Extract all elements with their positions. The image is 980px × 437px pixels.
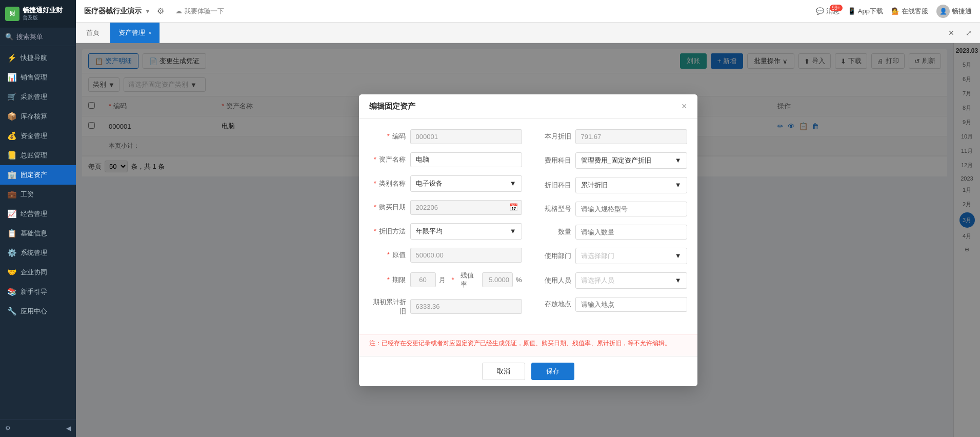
app-title: 畅捷通好业财 — [23, 6, 63, 14]
form-row-purchase-date: * 购买日期 📅 — [369, 200, 522, 215]
sidebar-item-quick-nav[interactable]: ⚡ 快捷导航 — [0, 48, 76, 68]
sidebar-item-inventory[interactable]: 📦 库存核算 — [0, 107, 76, 126]
calendar-icon[interactable]: 📅 — [509, 203, 518, 211]
app-edition: 普及版 — [23, 14, 63, 22]
sidebar-item-fixed-assets[interactable]: 🏢 固定资产 — [0, 165, 76, 185]
app-center-label: 应用中心 — [21, 307, 47, 316]
purchase-date-label: * 购买日期 — [369, 203, 406, 212]
period-input[interactable] — [410, 272, 436, 287]
message-badge: 99+ — [830, 5, 843, 11]
category-label: * 类别名称 — [369, 179, 406, 188]
tab-actions: ✕ ⤢ — [944, 26, 980, 40]
dep-method-arrow: ▼ — [510, 227, 516, 235]
period-group: 月 * 残值率 % — [410, 271, 522, 289]
topbar-settings-icon[interactable]: ⚙ — [157, 6, 164, 16]
purchase-label: 采购管理 — [21, 92, 47, 102]
finance-label: 资金管理 — [21, 131, 47, 141]
inventory-icon: 📦 — [7, 112, 16, 121]
online-service-btn[interactable]: 💁 在线客服 — [891, 7, 928, 16]
tab-home[interactable]: 首页 — [76, 23, 110, 43]
tab-close-icon[interactable]: × — [148, 30, 151, 36]
experience-icon: ☁ — [175, 7, 182, 15]
tabbar: 首页 资产管理 × ✕ ⤢ — [76, 23, 980, 43]
dep-account-arrow: ▼ — [675, 181, 682, 189]
ledger-label: 总账管理 — [21, 151, 47, 160]
sidebar-item-enterprise[interactable]: 🤝 企业协同 — [0, 263, 76, 282]
message-btn[interactable]: 💬 消息 99+ — [816, 7, 839, 16]
sidebar-item-guide[interactable]: 📚 新手引导 — [0, 282, 76, 302]
app-logo: 财 — [5, 7, 19, 21]
sidebar-item-system[interactable]: ⚙️ 系统管理 — [0, 243, 76, 263]
form-row-monthly-dep: 本月折旧 — [534, 129, 687, 144]
topbar-right: 💬 消息 99+ 📱 App下载 💁 在线客服 👤 畅捷通 — [816, 5, 972, 18]
sidebar-item-search[interactable]: 🔍 搜索菜单 — [0, 28, 76, 46]
dialog-note: 注：已经存在变更记录或者对应固定资产已经生成凭证，原值、购买日期、残值率、累计折… — [359, 334, 697, 356]
system-label: 系统管理 — [21, 248, 47, 257]
company-dropdown-icon[interactable]: ▼ — [145, 8, 151, 15]
user-select[interactable]: 请选择人员 ▼ — [575, 272, 687, 289]
spec-input[interactable] — [575, 202, 687, 216]
dep-method-label: * 折旧方法 — [369, 227, 406, 236]
tab-minimize-btn[interactable]: ✕ — [944, 26, 958, 40]
dialog-close-btn[interactable]: × — [682, 102, 687, 111]
monthly-dep-input — [575, 129, 687, 144]
search-icon: 🔍 — [5, 33, 13, 41]
user-menu-btn[interactable]: 👤 畅捷通 — [936, 5, 972, 18]
department-arrow: ▼ — [675, 252, 682, 260]
initial-dep-input[interactable] — [410, 299, 522, 314]
tab-maximize-btn[interactable]: ⤢ — [962, 26, 976, 40]
operations-icon: 📈 — [7, 209, 16, 218]
experience-btn[interactable]: ☁ 我要体验一下 — [175, 7, 224, 16]
sidebar-item-salary[interactable]: 💼 工资 — [0, 185, 76, 204]
topbar: 医疗器械行业演示 ▼ ⚙ ☁ 我要体验一下 💬 消息 99+ 📱 App下载 — [76, 0, 980, 23]
sidebar-item-ledger[interactable]: 📒 总账管理 — [0, 146, 76, 165]
avatar: 👤 — [936, 5, 950, 18]
category-select-arrow: ▼ — [510, 180, 516, 187]
enterprise-icon: 🤝 — [7, 268, 16, 277]
dep-account-select[interactable]: 累计折旧 ▼ — [575, 177, 687, 193]
category-select[interactable]: 电子设备 ▼ — [410, 175, 522, 192]
system-icon: ⚙️ — [7, 248, 16, 257]
purchase-date-input[interactable] — [410, 200, 522, 215]
basic-info-label: 基础信息 — [21, 229, 47, 238]
salary-icon: 💼 — [7, 190, 16, 199]
residual-rate-label: 残值率 — [461, 271, 479, 289]
location-input[interactable] — [575, 297, 687, 312]
save-button[interactable]: 保存 — [531, 363, 574, 380]
quantity-input[interactable] — [575, 225, 687, 240]
tab-asset-management[interactable]: 资产管理 × — [110, 23, 160, 43]
sidebar-item-app-center[interactable]: 🔧 应用中心 — [0, 302, 76, 321]
operations-label: 经营管理 — [21, 209, 47, 218]
code-input[interactable] — [410, 129, 522, 144]
sidebar-item-operations[interactable]: 📈 经营管理 — [0, 204, 76, 224]
residual-rate-input[interactable] — [482, 272, 513, 287]
expense-account-select[interactable]: 管理费用_固定资产折旧 ▼ — [575, 152, 687, 169]
dep-method-select[interactable]: 年限平均 ▼ — [410, 223, 522, 240]
edit-asset-dialog: 编辑固定资产 × * 编码 — [359, 94, 697, 386]
sidebar-item-finance[interactable]: 💰 资金管理 — [0, 126, 76, 146]
name-input[interactable] — [410, 152, 522, 167]
dialog-footer: 取消 保存 — [359, 356, 697, 386]
app-download-btn[interactable]: 📱 App下载 — [848, 7, 883, 16]
department-label: 使用部门 — [534, 251, 571, 261]
sidebar-bottom: ⚙ ◀ — [0, 419, 76, 437]
form-row-department: 使用部门 请选择部门 ▼ — [534, 248, 687, 264]
monthly-dep-label: 本月折旧 — [534, 132, 571, 141]
settings-icon[interactable]: ⚙ — [5, 425, 11, 432]
app-download-icon: 📱 — [848, 7, 856, 15]
period-label: * 期限 — [369, 275, 406, 285]
form-row-quantity: 数量 — [534, 225, 687, 240]
cancel-button[interactable]: 取消 — [482, 363, 525, 380]
company-name: 医疗器械行业演示 ▼ — [84, 7, 151, 16]
enterprise-label: 企业协同 — [21, 268, 47, 277]
collapse-icon[interactable]: ◀ — [66, 425, 71, 432]
sidebar-item-sales[interactable]: 📊 销售管理 — [0, 68, 76, 87]
sidebar-item-purchase[interactable]: 🛒 采购管理 — [0, 87, 76, 107]
purchase-icon: 🛒 — [7, 92, 16, 102]
form-row-expense-account: 费用科目 管理费用_固定资产折旧 ▼ — [534, 152, 687, 169]
original-value-input[interactable] — [410, 248, 522, 263]
form-row-dep-method: * 折旧方法 年限平均 ▼ — [369, 223, 522, 240]
dialog-body: * 编码 * 资产名称 — [359, 119, 697, 334]
sidebar-item-basic-info[interactable]: 📋 基础信息 — [0, 224, 76, 243]
department-select[interactable]: 请选择部门 ▼ — [575, 248, 687, 264]
